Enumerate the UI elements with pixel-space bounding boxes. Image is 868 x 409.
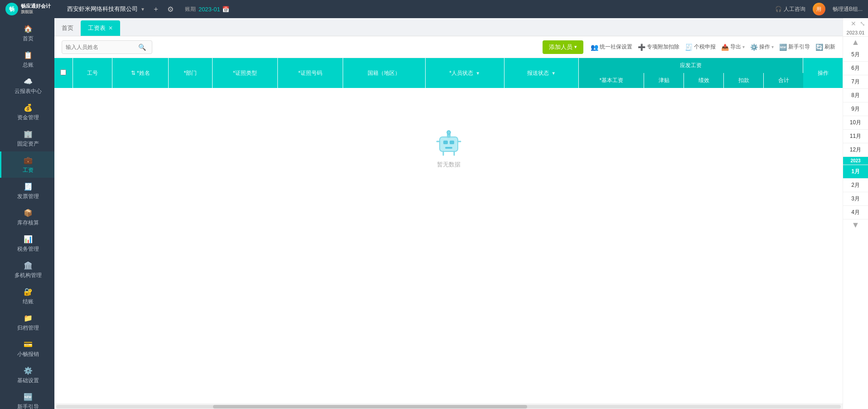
add-btn-dropdown-icon: ▾ <box>574 44 577 50</box>
action-group: 👥 统一社保设置 ➕ 专项附加扣除 🧾 个税申报 📤 导出 ▾ ⚙️ <box>591 43 835 51</box>
sidebar-item-inventory[interactable]: 📦 库存核算 <box>0 204 54 230</box>
th-checkbox[interactable] <box>54 58 73 88</box>
table-body: 暂无数据 <box>54 88 843 205</box>
tab-home[interactable]: 首页 <box>54 20 81 36</box>
expand-panel-btn[interactable]: ⤡ <box>858 19 867 28</box>
month-item-1[interactable]: 1月 <box>843 165 868 179</box>
th-deduct: 扣款 <box>724 73 764 88</box>
tab-salary[interactable]: 工资表 ✕ <box>81 20 120 36</box>
ledger-icon: 📋 <box>24 51 33 59</box>
sidebar-item-guide[interactable]: 🆕 新手引导 <box>0 388 54 409</box>
content-area: 首页 工资表 ✕ 🔍 添加人员 ▾ 👥 统一社保设置 <box>54 18 843 409</box>
action-personal-tax[interactable]: 🧾 个税申报 <box>685 43 716 51</box>
empty-icon <box>431 124 467 161</box>
sidebar-item-cloud-report[interactable]: ☁️ 云报表中心 <box>0 73 54 99</box>
table-header-row1: 工号 ⇅ *姓名 *部门 *证照类型 *证照号码 国籍（地区） *人员状态 ▼ … <box>54 58 843 73</box>
month-item-2[interactable]: 2月 <box>843 179 868 192</box>
sidebar-item-label-cloud: 云报表中心 <box>15 88 42 95</box>
sidebar-item-salary[interactable]: 💼 工资 <box>0 151 54 178</box>
support-label: 人工咨询 <box>784 5 805 13</box>
report-filter-icon[interactable]: ▼ <box>551 71 556 76</box>
action-operate[interactable]: ⚙️ 操作 ▾ <box>750 43 774 51</box>
sidebar-item-fund[interactable]: 💰 资金管理 <box>0 99 54 125</box>
month-down-nav[interactable]: ▼ <box>843 219 868 231</box>
top-header: 畅 畅应通好会计 旗舰版 西安虾米网络科技有限公司 ▼ ＋ ⚙ 账期 2023-… <box>0 0 868 18</box>
sidebar-item-archive[interactable]: 📁 归档管理 <box>0 309 54 336</box>
search-input[interactable] <box>66 44 138 50</box>
th-operate: 操作 <box>803 58 843 88</box>
action-export[interactable]: 📤 导出 ▾ <box>721 43 745 51</box>
sidebar-item-closing[interactable]: 🔐 结账 <box>0 283 54 309</box>
social-security-icon: 👥 <box>591 44 598 51</box>
sidebar-item-asset[interactable]: 🏢 固定资产 <box>0 125 54 151</box>
month-item-7[interactable]: 7月 <box>843 75 868 89</box>
fund-icon: 💰 <box>24 103 33 112</box>
close-panel-btn[interactable]: ✕ <box>849 19 858 28</box>
action-social-security[interactable]: 👥 统一社保设置 <box>591 43 632 51</box>
month-item-3[interactable]: 3月 <box>843 192 868 206</box>
sidebar-item-expense[interactable]: 💳 小畅报销 <box>0 336 54 362</box>
month-item-9[interactable]: 9月 <box>843 102 868 116</box>
sidebar-item-label-expense: 小畅报销 <box>17 351 39 358</box>
guide-icon: 🆕 <box>24 393 33 401</box>
month-item-11[interactable]: 11月 <box>843 130 868 143</box>
th-salary-group: 应发工资 <box>579 58 803 73</box>
add-company-btn[interactable]: ＋ <box>150 4 161 15</box>
select-all-checkbox[interactable] <box>60 69 66 75</box>
app-logo: 畅 畅应通好会计 旗舰版 <box>5 3 60 15</box>
user-name[interactable]: 畅理通B组... <box>833 5 863 13</box>
period-label: 账期 <box>185 5 196 13</box>
month-picker-top-actions: ✕ ⤡ <box>843 18 868 29</box>
company-dropdown-icon: ▼ <box>141 7 145 12</box>
svg-point-5 <box>447 131 451 134</box>
h-scrollbar[interactable] <box>54 404 843 409</box>
th-base-salary: *基本工资 <box>579 73 644 88</box>
refresh-icon: 🔄 <box>815 44 823 51</box>
archive-icon: 📁 <box>24 314 33 322</box>
month-item-6[interactable]: 6月 <box>843 62 868 75</box>
sidebar-item-label-home: 首页 <box>23 35 34 43</box>
scrollbar-track[interactable] <box>56 405 841 409</box>
tax-icon: 📊 <box>24 235 33 243</box>
sidebar-item-settings[interactable]: ⚙️ 基础设置 <box>0 362 54 388</box>
svg-rect-1 <box>443 141 448 144</box>
headset-icon: 🎧 <box>775 6 782 12</box>
action-social-security-label: 统一社保设置 <box>600 43 632 51</box>
empty-state: 暂无数据 <box>54 88 843 205</box>
scrollbar-thumb[interactable] <box>213 405 527 409</box>
th-empno: 工号 <box>73 58 112 88</box>
month-item-5[interactable]: 5月 <box>843 48 868 62</box>
sidebar-item-invoice[interactable]: 🧾 发票管理 <box>0 178 54 204</box>
status-filter-icon[interactable]: ▼ <box>475 71 480 76</box>
add-employee-btn[interactable]: 添加人员 ▾ <box>543 40 583 54</box>
support-btn[interactable]: 🎧 人工咨询 <box>775 5 805 13</box>
header-actions: ＋ ⚙ <box>150 4 176 15</box>
sidebar-item-tax[interactable]: 📊 税务管理 <box>0 230 54 257</box>
month-item-12[interactable]: 12月 <box>843 143 868 157</box>
search-wrapper: 🔍 <box>62 40 152 54</box>
company-selector[interactable]: 西安虾米网络科技有限公司 ▼ <box>67 5 145 13</box>
sidebar-item-home[interactable]: 🏠 首页 <box>0 20 54 46</box>
svg-rect-2 <box>450 141 454 144</box>
month-item-10[interactable]: 10月 <box>843 116 868 130</box>
action-special-deduct[interactable]: ➕ 专项附加扣除 <box>638 43 679 51</box>
calendar-icon[interactable]: 📅 <box>222 6 229 13</box>
sidebar-item-ledger[interactable]: 📋 总账 <box>0 46 54 73</box>
sidebar-item-label-asset: 固定资产 <box>17 140 39 148</box>
th-performance: 绩效 <box>684 73 724 88</box>
month-item-4[interactable]: 4月 <box>843 206 868 219</box>
period-value[interactable]: 2023-01 <box>199 6 220 13</box>
settings-icon[interactable]: ⚙ <box>165 4 176 15</box>
user-avatar: 用 <box>813 3 825 15</box>
app-logo-icon: 畅 <box>5 3 18 15</box>
operate-dropdown-icon: ▾ <box>771 44 774 49</box>
action-refresh-label: 刷新 <box>824 43 835 51</box>
month-item-8[interactable]: 8月 <box>843 89 868 102</box>
action-refresh[interactable]: 🔄 刷新 <box>815 43 835 51</box>
company-name: 西安虾米网络科技有限公司 <box>67 5 138 13</box>
sidebar-item-label-tax: 税务管理 <box>17 245 39 253</box>
tab-close-icon[interactable]: ✕ <box>108 25 113 31</box>
month-up-nav[interactable]: ▲ <box>843 37 868 48</box>
sidebar-item-multi-org[interactable]: 🏛️ 多机构管理 <box>0 257 54 283</box>
action-guide[interactable]: 🆕 新手引导 <box>779 43 810 51</box>
